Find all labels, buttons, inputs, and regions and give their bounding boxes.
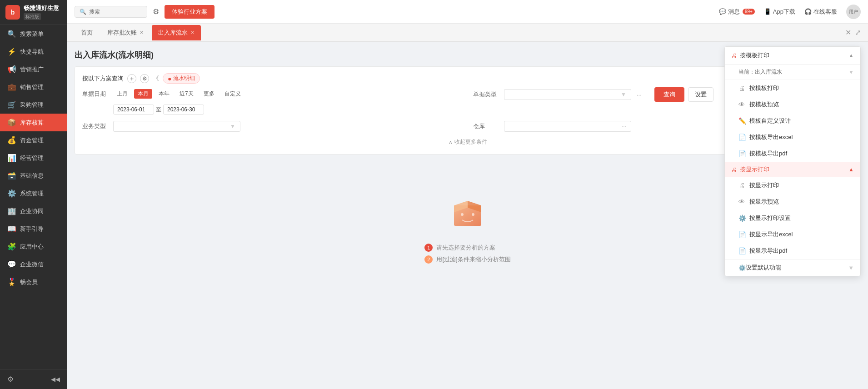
user-avatar[interactable]: 用户 [846, 5, 861, 19]
sidebar-item-operations[interactable]: 📊 经营管理 [0, 149, 67, 167]
voucher-type-chevron: ▼ [621, 91, 626, 98]
settings-footer-icon[interactable]: ⚙ [7, 375, 14, 384]
dropdown-item-template-custom[interactable]: ✏️ 模板自定义设计 [725, 113, 860, 129]
settings-default-icon: ⚙️ [738, 264, 746, 271]
close-window-icon[interactable]: ✕ [845, 28, 851, 37]
filter-settings-button[interactable]: ⚙ [140, 74, 149, 83]
sidebar-item-purchase[interactable]: 🛒 采购管理 [0, 96, 67, 114]
flow-tab-close[interactable]: ✕ [190, 30, 195, 35]
sidebar-item-finance[interactable]: 💰 资金管理 [0, 131, 67, 149]
template-print-icon: 🖨 [738, 85, 746, 92]
date-opt-custom[interactable]: 自定义 [221, 89, 244, 99]
date-from-input[interactable] [113, 105, 154, 115]
sidebar-item-search[interactable]: 🔍 搜索菜单 [0, 25, 67, 43]
svg-point-1 [461, 213, 464, 216]
sidebar-item-system[interactable]: ⚙️ 系统管理 [0, 185, 67, 202]
date-opt-current-month[interactable]: 本月 [134, 89, 152, 99]
date-to-input[interactable] [163, 105, 204, 115]
voucher-type-more-icon[interactable]: ··· [635, 91, 644, 98]
date-opt-more[interactable]: 更多 [200, 89, 218, 99]
date-separator: 至 [156, 106, 161, 114]
message-button[interactable]: 💬 消息 99+ [719, 8, 755, 16]
sales-icon: 💼 [7, 83, 16, 91]
sidebar: b 畅捷通好生意 标准版 🔍 搜索菜单 ⚡ 快捷导航 📢 营销推广 💼 销售管理… [0, 0, 67, 389]
topbar-gear-icon[interactable]: ⚙ [153, 7, 159, 16]
date-opt-year[interactable]: 本年 [155, 89, 173, 99]
display-pdf-icon: 📄 [738, 247, 746, 254]
sidebar-nav: 🔍 搜索菜单 ⚡ 快捷导航 📢 营销推广 💼 销售管理 🛒 采购管理 📦 库存核… [0, 25, 67, 369]
tab-flow[interactable]: 出入库流水 ✕ [152, 25, 201, 40]
topbar-search-box[interactable]: 🔍 [75, 6, 147, 18]
quicknav-icon: ⚡ [7, 47, 16, 56]
voucher-type-select[interactable]: ▼ [504, 89, 631, 100]
topbar-search-input[interactable] [89, 9, 135, 15]
trial-button[interactable]: 体验行业方案 [165, 5, 215, 19]
tab-batch[interactable]: 库存批次账 ✕ [101, 25, 150, 40]
dropdown-collapse-icon[interactable]: ▲ [848, 52, 854, 59]
date-opt-7days[interactable]: 近7天 [176, 89, 197, 99]
date-opt-last-month[interactable]: 上月 [113, 89, 131, 99]
display-settings-icon: ⚙️ [738, 214, 746, 222]
filter-add-button[interactable]: + [127, 74, 136, 83]
sidebar-item-sales[interactable]: 💼 销售管理 [0, 78, 67, 96]
logo-area: b 畅捷通好生意 标准版 [0, 0, 67, 25]
dropdown-current-arrow: ▼ [848, 69, 854, 75]
filter-header-label: 按以下方案查询 [82, 75, 124, 83]
display-print-section[interactable]: 🖨 按显示打印 ▲ [725, 162, 860, 177]
dropdown-item-display-print[interactable]: 🖨 按显示打印 [725, 177, 860, 194]
display-preview-icon: 👁 [738, 198, 746, 205]
svg-point-2 [472, 213, 474, 216]
sidebar-footer: ⚙ ◀◀ [0, 369, 67, 389]
dropdown-item-template-pdf[interactable]: 📄 按模板导出pdf [725, 145, 860, 162]
dropdown-footer-default[interactable]: ⚙️ 设置默认功能 ▼ [725, 259, 860, 276]
marketing-icon: 📢 [7, 65, 16, 74]
logo-icon: b [5, 5, 20, 20]
dropdown-item-template-excel[interactable]: 📄 按模板导出excel [725, 129, 860, 145]
sidebar-item-enterprise[interactable]: 🏢 企业协同 [0, 202, 67, 220]
settings-button[interactable]: 设置 [688, 87, 713, 102]
collapse-sidebar-icon[interactable]: ◀◀ [51, 376, 60, 383]
display-section-arrow: ▲ [848, 166, 854, 173]
dropdown-item-display-settings[interactable]: ⚙️ 按显示打印设置 [725, 210, 860, 226]
template-pdf-icon: 📄 [738, 150, 746, 157]
dropdown-item-template-print[interactable]: 🖨 按模板打印 [725, 80, 860, 96]
user-name-short: 用户 [849, 9, 858, 15]
wechat-icon: 💬 [7, 260, 16, 269]
batch-tab-close[interactable]: ✕ [140, 30, 144, 35]
dropdown-item-template-preview[interactable]: 👁 按模板预览 [725, 96, 860, 113]
main-area: 🔍 ⚙ 体验行业方案 💬 消息 99+ 📱 App下载 🎧 在线客服 用户 [67, 0, 868, 389]
query-button[interactable]: 查询 [654, 87, 684, 102]
sidebar-item-vip[interactable]: 🎖️ 畅会员 [0, 273, 67, 291]
dropdown-item-display-excel[interactable]: 📄 按显示导出excel [725, 226, 860, 243]
sidebar-item-marketing[interactable]: 📢 营销推广 [0, 60, 67, 78]
dropdown-item-display-pdf[interactable]: 📄 按显示导出pdf [725, 243, 860, 259]
logo-text: 畅捷通好生意 标准版 [24, 5, 59, 20]
guide-icon: 📖 [7, 224, 16, 233]
dropdown-header: 🖨 按模板打印 ▲ [725, 47, 860, 65]
display-section-title: 🖨 按显示打印 [731, 165, 769, 174]
app-download-button[interactable]: 📱 App下载 [764, 8, 795, 16]
business-type-select[interactable]: ▼ [113, 121, 240, 132]
filter-collapse-icon[interactable]: 《 [153, 75, 159, 83]
expand-window-icon[interactable]: ⤢ [855, 28, 861, 37]
customer-service-button[interactable]: 🎧 在线客服 [804, 8, 837, 16]
warehouse-select[interactable]: ··· [504, 121, 631, 132]
dropdown-item-display-preview[interactable]: 👁 按显示预览 [725, 194, 860, 210]
collapse-up-icon: ∧ [449, 139, 453, 145]
business-type-label: 业务类型 [82, 122, 110, 130]
display-print-icon: 🖨 [738, 182, 746, 189]
finance-icon: 💰 [7, 136, 16, 145]
tab-home[interactable]: 首页 [75, 25, 99, 40]
dropdown-current-template: 当前：出入库流水 ▼ [725, 65, 860, 80]
vip-icon: 🎖️ [7, 278, 16, 286]
sidebar-item-wechat[interactable]: 💬 企业微信 [0, 255, 67, 273]
sidebar-item-quicknav[interactable]: ⚡ 快捷导航 [0, 43, 67, 60]
date-filter-label: 单据日期 [82, 90, 110, 98]
flow-tab-label: 出入库流水 [158, 29, 188, 37]
sidebar-item-inventory[interactable]: 📦 库存核算 [0, 114, 67, 131]
sidebar-item-basic[interactable]: 🗃️ 基础信息 [0, 167, 67, 185]
sidebar-item-guide[interactable]: 📖 新手引导 [0, 220, 67, 238]
topbar: 🔍 ⚙ 体验行业方案 💬 消息 99+ 📱 App下载 🎧 在线客服 用户 [67, 0, 868, 24]
system-icon: ⚙️ [7, 189, 16, 198]
sidebar-item-apps[interactable]: 🧩 应用中心 [0, 238, 67, 255]
